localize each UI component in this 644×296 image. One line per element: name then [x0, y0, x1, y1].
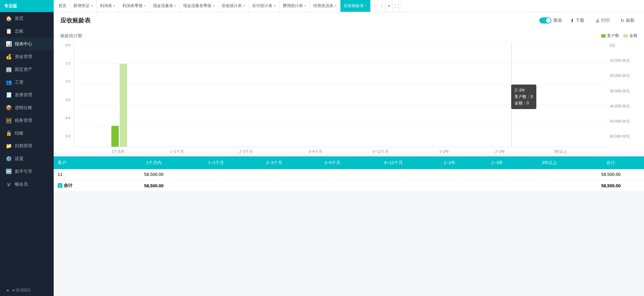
tab-biz-close[interactable]: ×: [335, 4, 337, 8]
tab-ar-stat-close[interactable]: ×: [243, 4, 245, 8]
sidebar-item-label: 工资: [15, 79, 23, 85]
sidebar-item-close[interactable]: 🔒 结账: [0, 127, 54, 140]
legend-customer-dot: [601, 34, 606, 38]
sidebar-item-member[interactable]: V 畅会员: [0, 178, 54, 191]
tab-profit-label: 利润表: [100, 3, 112, 9]
print-label: 打印: [601, 17, 610, 23]
chart-section: 账龄统计图 客户数 金额 5个 4个 3个 2个: [54, 28, 644, 152]
tab-prev-btn[interactable]: ‹: [371, 0, 378, 12]
sidebar-item-label: 总账: [15, 28, 23, 34]
chart-legend: 客户数 金额: [601, 33, 637, 39]
total-icon: ∑: [58, 183, 62, 188]
y-right-20k: 20,000.00元: [610, 73, 630, 78]
tab-cashflow[interactable]: 现金流量表 ×: [150, 0, 180, 12]
sidebar-item-assets[interactable]: 🏢 固定资产: [0, 63, 54, 76]
tab-ar-stat[interactable]: 应收统计表 ×: [218, 0, 249, 12]
sidebar-item-ledger[interactable]: 📋 总账: [0, 25, 54, 38]
sidebar-item-archive[interactable]: 📁 归档管理: [0, 140, 54, 152]
col-year3plus: 3年以上: [521, 156, 578, 169]
bar-customer-1: [111, 126, 119, 147]
sidebar-item-payroll[interactable]: 👥 工资: [0, 76, 54, 89]
cell-year23: [473, 169, 521, 180]
tab-ap-stat[interactable]: 应付统计表 ×: [249, 0, 279, 12]
sidebar-item-invoice[interactable]: 🧾 发票管理: [0, 89, 54, 101]
tab-voucher[interactable]: 新增凭证 ×: [70, 0, 97, 12]
tab-ar-aging-close[interactable]: ×: [365, 4, 367, 8]
y-left-2: 2个: [65, 79, 71, 84]
tab-cashflow-q-label: 现金流量表季报: [183, 3, 211, 9]
sidebar-item-label: 发票管理: [15, 92, 32, 98]
y-right-10k: 10,000.00元: [610, 58, 630, 63]
tab-expense-close[interactable]: ×: [304, 4, 306, 8]
sidebar-item-home[interactable]: 🏠 首页: [0, 12, 54, 25]
col-month23: 2~3个月: [245, 156, 304, 169]
legend-customer-count: 客户数: [601, 33, 619, 39]
chart-tooltip: 2~3年 客户数：0 金额：0: [511, 85, 536, 109]
legend-amount-dot: [623, 34, 628, 38]
print-btn[interactable]: 🖨 打印: [592, 16, 612, 25]
download-icon: ⬇: [570, 18, 574, 23]
refresh-icon: ↻: [621, 18, 625, 23]
refresh-btn[interactable]: ↻ 刷新: [618, 16, 637, 25]
y-right-60k: 60,000.00元: [610, 134, 630, 139]
tab-profit-q-close[interactable]: ×: [144, 4, 146, 8]
total-month612: [362, 180, 426, 192]
sidebar-item-sales[interactable]: 📦 进销台账: [0, 101, 54, 114]
tab-biz-label: 经营状况表: [313, 3, 333, 9]
sidebar-item-settings[interactable]: ⚙️ 设置: [0, 152, 54, 165]
total-month36: [303, 180, 362, 192]
x-label-1: 1个月内: [111, 149, 124, 154]
tab-ar-aging[interactable]: 应收账龄表 ×: [340, 0, 371, 12]
tab-home[interactable]: 首页: [55, 0, 70, 12]
sidebar-item-label: 结账: [15, 130, 23, 136]
col-month1: 1个月内: [121, 156, 187, 169]
bar-group-1: 1个月内: [111, 43, 127, 147]
total-month23: [245, 180, 304, 192]
tab-ar-aging-label: 应收账龄表: [344, 3, 364, 9]
x-label-8: 3年以上: [554, 149, 567, 154]
legend-amount: 金额: [623, 33, 637, 39]
tab-profit-q[interactable]: 利润表季报 ×: [119, 0, 150, 12]
tab-cashflow-q[interactable]: 现金流量表季报 ×: [180, 0, 218, 12]
chart-title: 账龄统计图: [60, 33, 637, 39]
tab-cashflow-q-close[interactable]: ×: [213, 4, 215, 8]
sidebar-item-tax[interactable]: 🧮 税务管理: [0, 114, 54, 127]
home-icon: 🏠: [5, 15, 12, 21]
tab-next-btn[interactable]: ›: [378, 0, 385, 12]
x-label-4: 3~6个月: [309, 149, 322, 154]
payroll-icon: 👥: [5, 79, 12, 85]
table-total-row: ∑ 合计 58,500.00 58,500.00: [54, 180, 644, 192]
tab-biz[interactable]: 经营状况表 ×: [310, 0, 340, 12]
sidebar-item-label: 首页: [15, 15, 23, 21]
content-area: 应收账龄表 图表 ⬇ 下载 🖨 打印 ↻ 刷新: [54, 12, 644, 296]
chart-toggle-group: 图表: [539, 17, 562, 23]
sidebar-item-guide[interactable]: 🆕 新手引导: [0, 165, 54, 178]
tab-cashflow-close[interactable]: ×: [174, 4, 176, 8]
sidebar-item-funds[interactable]: 💰 资金管理: [0, 50, 54, 63]
funds-icon: 💰: [5, 54, 12, 60]
tab-expense-label: 费用统计表: [283, 3, 303, 9]
sidebar-collapse-btn[interactable]: ◄ ◄ 取消固定: [0, 284, 54, 296]
tab-expand-btn[interactable]: ⛶: [393, 0, 400, 12]
tab-voucher-label: 新增凭证: [73, 3, 90, 9]
cell-month36: [303, 169, 362, 180]
tooltip-customer-label: 客户数：: [515, 94, 531, 99]
gear-icon: ⚙️: [5, 156, 12, 162]
total-year23: [473, 180, 521, 192]
sidebar-item-reports[interactable]: 📊 报表中心: [0, 38, 54, 50]
chart-toggle[interactable]: [539, 17, 551, 23]
tooltip-period: 2~3年: [515, 87, 533, 94]
guide-icon: 🆕: [5, 168, 12, 175]
tab-close-btn[interactable]: ✕: [385, 0, 393, 12]
tab-profit[interactable]: 利润表 ×: [97, 0, 119, 12]
tab-profit-close[interactable]: ×: [113, 4, 115, 8]
main-area: 首页 新增凭证 × 利润表 × 利润表季报 × 现金流量表 × 现金流量表季报 …: [54, 0, 644, 296]
tab-ap-stat-close[interactable]: ×: [274, 4, 276, 8]
tab-expense[interactable]: 费用统计表 ×: [279, 0, 310, 12]
download-btn[interactable]: ⬇ 下载: [568, 16, 587, 25]
tab-voucher-close[interactable]: ×: [91, 4, 93, 8]
total-year12: [426, 180, 473, 192]
tooltip-amount-value: 0: [527, 101, 529, 105]
refresh-label: 刷新: [626, 17, 635, 23]
sidebar-item-label: 畅会员: [15, 181, 28, 187]
